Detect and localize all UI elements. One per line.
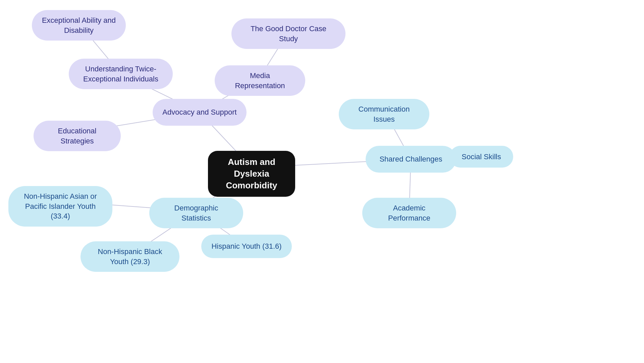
node-hispanic[interactable]: Hispanic Youth (31.6) [201, 235, 292, 258]
node-understanding[interactable]: Understanding Twice-Exceptional Individu… [69, 59, 173, 89]
node-media[interactable]: Media Representation [215, 65, 305, 96]
node-communication[interactable]: Communication Issues [339, 99, 429, 129]
connections-svg [0, 0, 644, 363]
node-gooddoctor[interactable]: The Good Doctor Case Study [231, 18, 345, 49]
node-educational[interactable]: Educational Strategies [34, 121, 121, 151]
node-nonhispanicblack[interactable]: Non-Hispanic Black Youth (29.3) [80, 241, 179, 272]
node-shared[interactable]: Shared Challenges [366, 146, 456, 173]
node-exceptional[interactable]: Exceptional Ability and Disability [32, 10, 126, 41]
mindmap-container: Autism and Dyslexia ComorbidityAdvocacy … [0, 0, 644, 363]
node-advocacy[interactable]: Advocacy and Support [153, 99, 247, 126]
node-social[interactable]: Social Skills [449, 146, 513, 168]
node-academic[interactable]: Academic Performance [362, 198, 456, 228]
node-demographic[interactable]: Demographic Statistics [149, 198, 243, 228]
node-nonhispanicasian[interactable]: Non-Hispanic Asian or Pacific Islander Y… [8, 186, 112, 227]
node-center[interactable]: Autism and Dyslexia Comorbidity [208, 151, 295, 197]
